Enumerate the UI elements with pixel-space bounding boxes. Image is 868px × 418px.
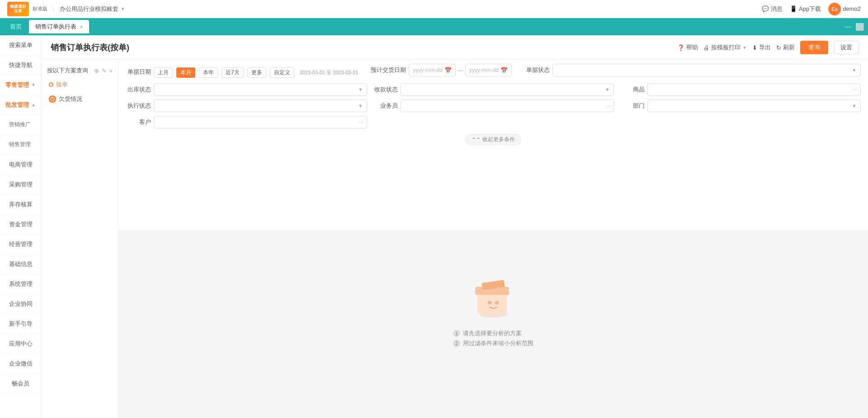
exec-label: 执行状态 [126,102,151,110]
sidebar-item-corp-wechat[interactable]: 企业微信 [0,354,41,374]
filter-row-3: 执行状态 ▼ 业务员 ··· [126,100,861,112]
refresh-icon: ↻ [776,44,781,51]
sidebar-item-finance[interactable]: 资金管理 [0,214,41,234]
user-menu[interactable]: Ea demo2 [828,3,861,15]
scheme-by-order-label: 按单 [56,81,68,89]
refresh-button[interactable]: ↻ 刷新 [776,43,795,52]
sidebar-item-basic-info[interactable]: 基础信息 [0,254,41,274]
print-icon: 🖨 [703,44,709,51]
basic-info-label: 基础信息 [9,260,33,268]
doc-status-select[interactable]: ▼ [552,64,861,76]
sidebar-item-quick-nav[interactable]: 快捷导航 [0,55,41,75]
scheme-header-label: 按以下方案查询 [47,66,88,75]
expected-date-end[interactable]: yyyy-mm-dd 📅 [465,64,512,76]
filter-empty-2 [373,116,614,128]
scheme-collapse-icon[interactable]: « [109,67,113,74]
calendar-start-icon: 📅 [444,67,452,74]
date-btn-this-month[interactable]: 本月 [176,67,195,78]
sidebar-item-marketing[interactable]: 营销推广 [0,115,41,135]
salesperson-label: 业务员 [373,102,398,110]
sidebar-item-ecommerce[interactable]: 电商管理 [0,155,41,175]
tab-close-icon[interactable]: × [80,24,83,29]
enterprise-label: 企业协同 [9,300,33,308]
app-title[interactable]: 办公用品行业模拟账套 ▼ [60,5,125,13]
sidebar-item-operations[interactable]: 经营管理 [0,234,41,254]
scheme-add-icon[interactable]: ⊕ [94,67,99,74]
department-item: 部门 ▼ [619,100,861,112]
sidebar-item-enterprise[interactable]: 企业协同 [0,294,41,314]
goods-dots-icon: ··· [853,87,857,92]
date-btn-more[interactable]: 更多 [247,67,266,78]
sidebar-item-retail-mgmt[interactable]: 零售管理 ▼ [0,75,41,95]
settings-button[interactable]: 设置 [834,41,859,54]
expected-date-start[interactable]: yyyy-mm-dd 📅 [409,64,455,76]
sidebar-item-search-menu[interactable]: 搜索菜单 [0,35,41,55]
hint-num-2: 2 [453,340,460,347]
department-select[interactable]: ▼ [647,100,861,112]
doc-status-group: 单据状态 ▼ [524,64,861,76]
app-download-button[interactable]: 📱 App下载 [790,5,821,13]
help-button[interactable]: ❓ 帮助 [677,43,698,52]
goods-input[interactable]: ··· [647,83,861,96]
app-arrow-icon: ▼ [120,6,125,11]
collapse-button[interactable]: ⌃⌃ 收起更多条件 [466,134,521,145]
shipment-status-item: 出库状态 ▼ [126,83,367,96]
sidebar-item-purchase[interactable]: 采购管理 [0,175,41,195]
scheme-debt-label: 欠货情况 [59,95,82,103]
customer-dots-icon: ··· [359,119,363,125]
export-icon: ⬇ [752,44,757,51]
main-layout: 搜索菜单 快捷导航 零售管理 ▼ 批发管理 ▲ 营销推广 销售管理 电商管理 采… [0,35,868,418]
salesperson-input[interactable]: ··· [401,100,614,112]
date-label: 单据日期 [126,68,151,76]
date-btn-7days[interactable]: 近7天 [222,67,244,78]
exec-status-select[interactable]: ▼ [154,100,367,112]
scheme-item-by-order[interactable]: 按单 [42,77,118,92]
tab-sales-exec-label: 销售订单执行表 [35,23,76,31]
empty-hint-2: 2 用过滤条件来缩小分析范围 [453,339,533,347]
template-print-button[interactable]: 🖨 按模板打印 ▼ [703,43,747,52]
tab-home[interactable]: 首页 [4,20,28,33]
receipt-status-select[interactable]: ▼ [401,83,614,96]
date-btn-last-month[interactable]: 上月 [154,67,173,78]
export-button[interactable]: ⬇ 导出 [752,43,771,52]
date-btn-custom[interactable]: 自定义 [270,67,294,78]
page-title: 销售订单执行表(按单) [51,42,129,53]
left-panel-wrap: 按以下方案查询 ⊕ ✎ « 按单 欠货情况 [42,59,868,418]
sidebar-item-system[interactable]: 系统管理 [0,274,41,294]
member-label: 畅会员 [12,380,29,388]
message-icon: 💬 [762,5,769,12]
sidebar-item-inventory[interactable]: 库存核算 [0,195,41,214]
calendar-end-icon: 📅 [500,67,508,74]
finance-label: 资金管理 [9,220,33,228]
scheme-actions: ⊕ ✎ « [94,67,113,74]
main-filter-area: 单据日期 上月 本月 本年 近7天 更多 自定义 2023-03-01 至 20… [118,59,868,230]
shipment-status-select[interactable]: ▼ [154,83,367,96]
scheme-item-debt-status[interactable]: 欠货情况 [42,92,118,106]
marketing-label: 营销推广 [9,121,31,128]
page-actions: ❓ 帮助 🖨 按模板打印 ▼ ⬇ 导出 ↻ 刷新 [677,41,859,54]
scheme-edit-icon[interactable]: ✎ [102,67,107,74]
message-button[interactable]: 💬 消息 [762,5,783,13]
query-button[interactable]: 查询 [800,41,828,54]
tabbar-right: — ⬜ [844,23,864,31]
sidebar-item-wholesale-mgmt[interactable]: 批发管理 ▲ [0,95,41,115]
sidebar-item-member[interactable]: 畅会员 [0,374,41,394]
customer-input[interactable]: ··· [154,116,367,128]
sidebar-item-sales-mgmt[interactable]: 销售管理 [0,135,41,155]
retail-expand-icon: ▼ [31,82,36,87]
sidebar-item-guide[interactable]: 新手引导 [0,314,41,334]
quick-nav-label: 快捷导航 [9,61,33,69]
tab-sales-exec[interactable]: 销售订单执行表 × [29,20,89,33]
app-download-icon: 📱 [790,5,797,12]
expected-date-label: 预计交货日期 [371,66,406,74]
date-btn-this-year[interactable]: 本年 [199,67,218,78]
logo-text: 畅捷通好生意 [7,4,29,14]
sidebar: 搜索菜单 快捷导航 零售管理 ▼ 批发管理 ▲ 营销推广 销售管理 电商管理 采… [0,35,42,418]
status-dropdown-icon: ▼ [852,67,857,73]
sidebar-item-app-center[interactable]: 应用中心 [0,334,41,354]
customer-label: 客户 [126,118,151,126]
window-minimize-icon[interactable]: — [844,23,852,31]
empty-state: 1 请先选择要分析的方案 2 用过滤条件来缩小分析范围 [118,230,868,418]
tabbar: 首页 销售订单执行表 × — ⬜ [0,18,868,35]
window-maximize-icon[interactable]: ⬜ [855,23,864,31]
